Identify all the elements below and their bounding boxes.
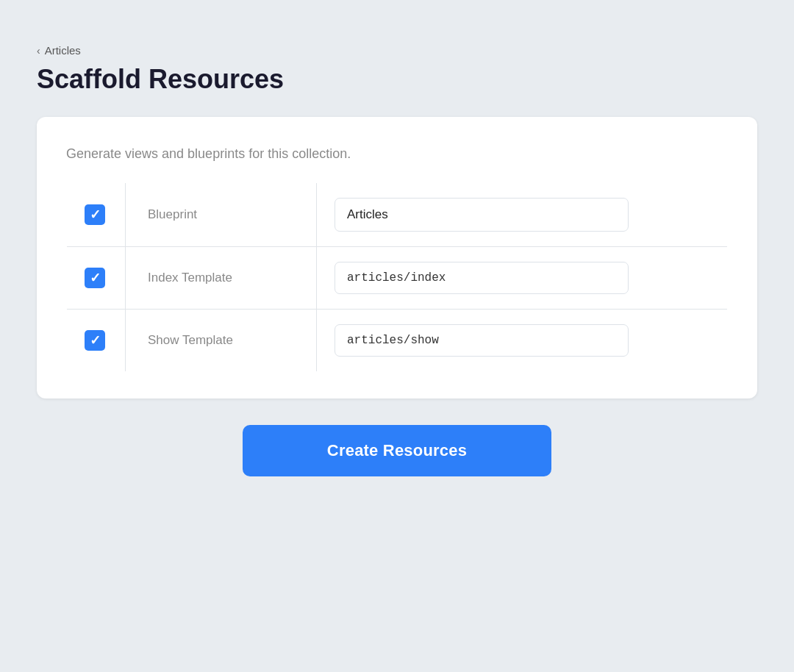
show-template-checkbox[interactable]: ✓ bbox=[85, 330, 105, 351]
breadcrumb[interactable]: ‹ Articles bbox=[37, 44, 757, 57]
blueprint-label: Blueprint bbox=[126, 183, 317, 247]
table-row: ✓ Index Template bbox=[67, 247, 728, 310]
create-resources-button[interactable]: Create Resources bbox=[243, 425, 551, 476]
card-description: Generate views and blueprints for this c… bbox=[66, 146, 728, 162]
show-template-checkbox-cell: ✓ bbox=[67, 310, 126, 372]
show-template-input[interactable] bbox=[335, 324, 629, 357]
page-container: ‹ Articles Scaffold Resources Generate v… bbox=[37, 44, 757, 476]
index-template-input-cell bbox=[317, 247, 728, 310]
table-row: ✓ Blueprint bbox=[67, 183, 728, 247]
index-template-label: Index Template bbox=[126, 247, 317, 310]
show-template-label: Show Template bbox=[126, 310, 317, 372]
back-icon: ‹ bbox=[37, 45, 40, 57]
table-row: ✓ Show Template bbox=[67, 310, 728, 372]
blueprint-checkbox[interactable]: ✓ bbox=[85, 204, 105, 225]
checkmark-icon: ✓ bbox=[90, 271, 101, 285]
show-template-input-cell bbox=[317, 310, 728, 372]
blueprint-input-cell bbox=[317, 183, 728, 247]
index-template-checkbox[interactable]: ✓ bbox=[85, 268, 105, 288]
checkmark-icon: ✓ bbox=[90, 334, 101, 347]
index-template-input[interactable] bbox=[335, 262, 629, 294]
page-title: Scaffold Resources bbox=[37, 64, 757, 95]
resources-table: ✓ Blueprint ✓ Index Template bbox=[66, 182, 728, 372]
blueprint-checkbox-cell: ✓ bbox=[67, 183, 126, 247]
checkmark-icon: ✓ bbox=[90, 208, 101, 221]
blueprint-input[interactable] bbox=[335, 198, 629, 232]
breadcrumb-label: Articles bbox=[45, 44, 81, 57]
index-template-checkbox-cell: ✓ bbox=[67, 247, 126, 310]
card: Generate views and blueprints for this c… bbox=[37, 117, 757, 398]
